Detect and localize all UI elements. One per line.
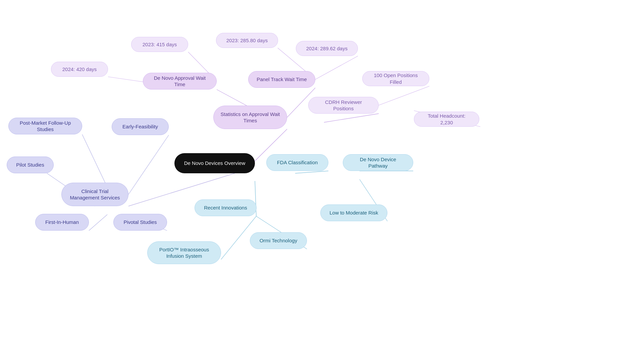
fda-classification-node[interactable]: FDA Classification [266,154,328,171]
open-positions-node[interactable]: 100 Open Positions Filled [362,71,429,86]
first-in-human-label: First-In-Human [45,219,79,226]
stats-approval-node[interactable]: Statistics on Approval Wait Times [213,106,287,129]
recent-innovations-node[interactable]: Recent Innovations [195,199,257,216]
y2023-415-node[interactable]: 2023: 415 days [131,37,188,52]
de-novo-approval-wait-node[interactable]: De Novo Approval Wait Time [143,73,217,89]
ormi-tech-node[interactable]: Ormi Technology [250,232,307,249]
svg-line-7 [89,215,107,231]
open-positions-label: 100 Open Positions Filled [369,72,422,85]
pivotal-studies-label: Pivotal Studies [123,219,157,226]
y2024-289-node[interactable]: 2024: 289.62 days [296,41,358,56]
ormi-tech-label: Ormi Technology [260,237,297,244]
recent-innovations-label: Recent Innovations [204,204,247,211]
early-feasibility-node[interactable]: Early-Feasibility [112,118,169,135]
center-label: De Novo Devices Overview [184,160,246,167]
panel-track-node[interactable]: Panel Track Wait Time [248,71,315,88]
svg-line-11 [324,114,379,122]
post-market-node[interactable]: Post-Market Follow-Up Studies [8,118,82,134]
first-in-human-node[interactable]: First-In-Human [35,214,89,231]
stats-approval-label: Statistics on Approval Wait Times [220,111,280,124]
svg-line-3 [295,171,328,173]
portio-node[interactable]: PortIO™ Intraosseous Infusion System [147,241,221,264]
y2023-285-label: 2023: 285.80 days [226,37,268,44]
pilot-studies-label: Pilot Studies [16,162,44,168]
y2024-420-label: 2024: 420 days [62,66,97,73]
total-headcount-node[interactable]: Total Headcount: 2,230 [414,112,479,127]
fda-classification-label: FDA Classification [277,159,318,166]
early-feasibility-label: Early-Feasibility [122,123,158,130]
pivotal-studies-node[interactable]: Pivotal Studies [113,214,167,231]
y2023-415-label: 2023: 415 days [143,41,177,48]
de-novo-approval-wait-label: De Novo Approval Wait Time [150,75,210,88]
center-node: De Novo Devices Overview [174,153,255,173]
post-market-label: Post-Market Follow-Up Studies [15,120,75,133]
svg-line-15 [315,56,358,79]
clinical-trial-label: Clinical Trial Management Services [68,188,121,201]
de-novo-pathway-label: De Novo Device Pathway [350,156,406,169]
pilot-studies-node[interactable]: Pilot Studies [7,157,54,173]
y2024-420-node[interactable]: 2024: 420 days [51,62,108,77]
low-moderate-label: Low to Moderate Risk [329,209,378,216]
low-moderate-node[interactable]: Low to Moderate Risk [320,204,387,221]
clinical-trial-node[interactable]: Clinical Trial Management Services [61,183,128,206]
y2023-285-node[interactable]: 2023: 285.80 days [216,33,278,48]
cdrh-reviewer-label: CDRH Reviewer Positions [315,99,372,112]
portio-label: PortIO™ Intraosseous Infusion System [154,246,214,259]
cdrh-reviewer-node[interactable]: CDRH Reviewer Positions [308,97,379,114]
panel-track-label: Panel Track Wait Time [257,76,307,83]
svg-line-4 [128,135,169,194]
de-novo-pathway-node[interactable]: De Novo Device Pathway [343,154,413,171]
total-headcount-label: Total Headcount: 2,230 [421,113,472,126]
y2024-289-label: 2024: 289.62 days [306,45,347,52]
svg-line-16 [379,86,429,105]
